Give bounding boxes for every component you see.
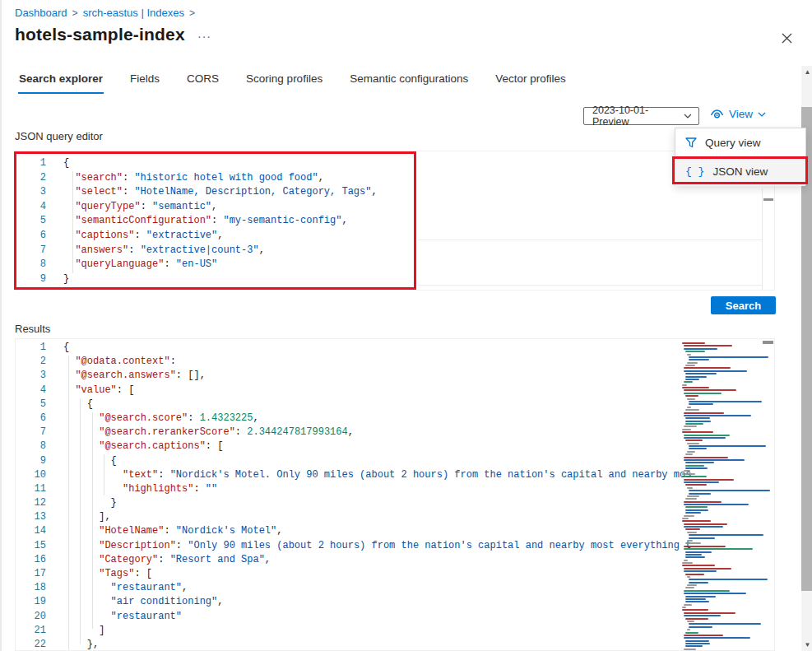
code-line[interactable]: 7 "@search.rerankerScore": 2.34424781799… — [16, 425, 774, 439]
minimap-line — [685, 421, 711, 422]
tab-semantic-configurations[interactable]: Semantic configurations — [349, 70, 469, 94]
line-number: 5 — [16, 398, 53, 412]
code-text: { — [53, 156, 69, 171]
code-line[interactable]: 6 "captions": "extractive", — [16, 229, 774, 244]
view-menu-button[interactable]: View — [710, 108, 766, 120]
minimap-line — [684, 393, 722, 394]
editor-line — [418, 239, 763, 240]
editor-scrollbar-thumb[interactable] — [763, 341, 773, 344]
api-version-value: 2023-10-01-Preview — [592, 105, 684, 128]
tab-vector-profiles[interactable]: Vector profiles — [494, 70, 567, 94]
breadcrumb-separator: > — [189, 7, 195, 19]
code-line[interactable]: 4 "queryType": "semantic", — [16, 200, 774, 215]
code-line[interactable]: 21 ] — [16, 624, 774, 638]
search-button[interactable]: Search — [711, 296, 776, 314]
minimap-line — [685, 498, 697, 500]
minimap-line — [684, 389, 736, 391]
code-line[interactable]: 8 "@search.captions": [ — [16, 439, 774, 453]
minimap-line — [684, 615, 721, 616]
code-line[interactable]: 16 "Category": "Resort and Spa", — [16, 553, 774, 567]
code-line[interactable]: 2 "@odata.context": — [16, 355, 774, 369]
minimap-line — [689, 490, 770, 491]
minimap-line — [682, 384, 687, 386]
editor-scrollbar-thumb[interactable] — [763, 198, 773, 201]
minimap-line — [687, 451, 695, 453]
code-line[interactable]: 3 "@search.answers": [], — [16, 369, 774, 383]
code-line[interactable]: 3 "select": "HotelName, Description, Cat… — [16, 185, 774, 200]
minimap-line — [689, 448, 707, 449]
code-line[interactable]: 9 { — [16, 454, 774, 468]
code-line[interactable]: 5 { — [16, 398, 774, 412]
line-number: 8 — [16, 258, 53, 272]
code-line[interactable]: 15 "Description": "Only 90 miles (about … — [16, 539, 774, 553]
code-text: "@search.score": 1.4323225, — [53, 412, 259, 425]
page-title: hotels-sample-index — [15, 25, 185, 44]
indent-guide — [92, 412, 93, 629]
tab-scoring-profiles[interactable]: Scoring profiles — [245, 70, 323, 94]
code-line[interactable]: 6 "@search.score": 1.4323225, — [16, 412, 774, 425]
minimap-line — [685, 395, 698, 397]
tab-fields[interactable]: Fields — [129, 70, 160, 94]
minimap-line — [687, 532, 697, 533]
code-line[interactable]: 17 "Tags": [ — [16, 567, 774, 581]
json-query-editor[interactable]: 1{2 "search": "historic hotel with good … — [15, 151, 775, 291]
code-text: "@odata.context": — [53, 355, 176, 369]
minimap-line — [687, 407, 691, 408]
minimap-line — [689, 359, 709, 360]
code-line[interactable]: 14 "HotelName": "Nordick's Motel", — [16, 524, 774, 538]
code-line[interactable]: 11 "highlights": "" — [16, 482, 774, 496]
code-line[interactable]: 19 "air conditioning", — [16, 595, 774, 609]
code-line[interactable]: 5 "semanticConfiguration": "my-semantic-… — [16, 214, 774, 229]
minimap-line — [685, 554, 702, 556]
code-line[interactable]: 12 } — [16, 496, 774, 510]
code-line[interactable]: 20 "restaurant" — [16, 610, 774, 624]
minimap-line — [685, 376, 707, 378]
minimap[interactable] — [677, 341, 773, 650]
code-line[interactable]: 22 }, — [16, 638, 774, 651]
line-number: 1 — [16, 341, 53, 355]
minimap-line — [689, 534, 763, 536]
code-text: "@search.answers": [], — [53, 369, 206, 383]
breadcrumb-dashboard[interactable]: Dashboard — [15, 7, 67, 19]
code-line[interactable]: 2 "search": "historic hotel with good fo… — [16, 171, 774, 186]
api-version-dropdown[interactable]: 2023-10-01-Preview — [583, 107, 699, 125]
close-button[interactable] — [778, 30, 795, 46]
tab-search-explorer[interactable]: Search explorer — [18, 70, 104, 94]
minimap-line — [684, 546, 726, 547]
code-line[interactable]: 10 "text": "Nordick's Motel. Only 90 mil… — [16, 468, 774, 482]
scroll-up-icon[interactable]: ▲ — [801, 66, 812, 78]
line-number: 19 — [16, 595, 53, 609]
minimap-line — [685, 618, 708, 620]
code-text: }, — [53, 638, 99, 651]
code-line[interactable]: 1{ — [16, 156, 774, 171]
tab-cors[interactable]: CORS — [186, 70, 220, 94]
minimap-line — [684, 435, 730, 436]
code-text: "answers": "extractive|count-3", — [53, 244, 265, 258]
line-number: 14 — [16, 524, 53, 538]
minimap-line — [685, 645, 703, 647]
line-number: 1 — [16, 156, 53, 171]
minimap-line — [689, 626, 712, 628]
line-number: 5 — [16, 214, 53, 229]
menu-item-query-view[interactable]: Query view — [675, 128, 805, 157]
minimap-line — [682, 562, 693, 564]
minimap-line — [685, 574, 704, 575]
line-number: 20 — [16, 610, 53, 624]
code-line[interactable]: 13 ], — [16, 510, 774, 524]
results-editor[interactable]: 1{2 "@odata.context":3 "@search.answers"… — [15, 338, 775, 651]
minimap-line — [684, 637, 750, 639]
more-options-button[interactable]: ··· — [197, 30, 211, 43]
breadcrumb-service-indexes[interactable]: srch-eastus | Indexes — [83, 7, 184, 19]
code-text: "search": "historic hotel with good food… — [53, 171, 324, 186]
line-number: 2 — [16, 171, 53, 186]
code-line[interactable]: 18 "restaurant", — [16, 581, 774, 595]
code-line[interactable]: 1{ — [16, 341, 774, 355]
line-number: 4 — [16, 384, 53, 398]
code-line[interactable]: 4 "value": [ — [16, 384, 774, 398]
menu-item-json-view[interactable]: { } JSON view — [675, 157, 805, 186]
code-line[interactable]: 7 "answers": "extractive|count-3", — [16, 244, 774, 258]
code-text: "Description": "Only 90 miles (about 2 h… — [53, 539, 691, 553]
scroll-down-icon[interactable]: ▼ — [801, 639, 812, 651]
code-line[interactable]: 8 "queryLanguage": "en-US" — [16, 258, 774, 272]
minimap-line — [687, 621, 694, 622]
